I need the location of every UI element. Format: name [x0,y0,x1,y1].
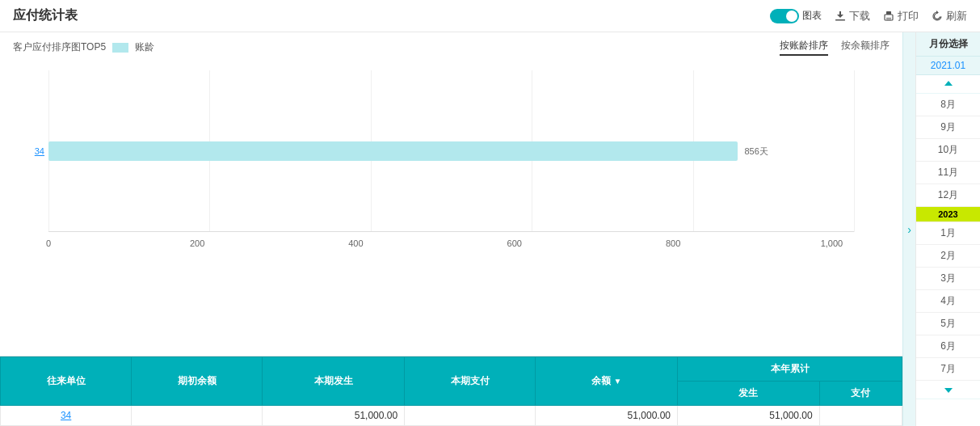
x-tick-200: 200 [190,238,204,248]
page-title: 应付统计表 [13,7,78,24]
bar-row-34: 34 856天 [48,141,854,161]
sidebar-month-5[interactable]: 5月 [916,313,980,335]
td-ytd-occur: 51,000.00 [678,406,820,426]
refresh-icon [932,11,943,22]
sidebar-year[interactable]: 2021.01 [916,57,980,75]
svg-rect-2 [886,11,891,15]
svg-marker-7 [944,388,953,393]
th-current-pay: 本期支付 [405,357,536,406]
td-current-pay [405,406,536,426]
bar-fill [48,141,738,161]
print-icon [883,11,894,22]
chart-toggle-wrap: 图表 [770,9,822,23]
x-axis-line [48,231,854,232]
svg-rect-4 [886,19,891,20]
sort-by-amount-btn[interactable]: 按余额排序 [841,39,890,56]
table-section: 往来单位 期初余额 本期发生 本期支付 余额 ▼ 本年累计 发生 [0,356,902,426]
x-tick-800: 800 [666,238,680,248]
sidebar-month-8[interactable]: 8月 [916,94,980,116]
sidebar-month-11[interactable]: 11月 [916,162,980,184]
legend-label: 客户应付排序图TOP5 [13,40,106,54]
svg-rect-0 [835,19,845,21]
sidebar-month-10[interactable]: 10月 [916,139,980,162]
x-tick-0: 0 [46,238,51,248]
x-tick-400: 400 [348,238,363,248]
sidebar-title: 月份选择 [916,32,980,57]
month-sidebar: 月份选择 2021.01 8月 9月 10月 11月 12月 2023 1月 2… [915,32,980,426]
legend-color [112,43,128,53]
bar-end-label: 856天 [744,146,768,158]
chart-legend: 客户应付排序图TOP5 账龄 [13,40,154,54]
chart-area: 客户应付排序图TOP5 账龄 按账龄排序 按余额排序 [0,32,902,426]
sidebar-month-9[interactable]: 9月 [916,116,980,139]
sort-by-balance-btn[interactable]: 按账龄排序 [780,39,828,56]
sidebar-month-7[interactable]: 7月 [916,358,980,381]
chart-toggle[interactable] [770,9,799,23]
td-opening [132,406,263,426]
th-ytd-occur: 发生 [678,382,820,406]
x-tick-1000: 1,000 [821,238,843,248]
table-row: 34 51,000.00 51,000.00 51,000.00 [1,406,902,426]
svg-rect-1 [885,15,893,20]
chart-toggle-label: 图表 [802,9,822,23]
th-ytd-pay: 支付 [819,382,902,406]
header-actions: 图表 下载 打印 刷新 [770,9,967,23]
sidebar-collapse-btn[interactable]: › [902,32,915,426]
bar-row-label[interactable]: 34 [20,146,44,156]
sidebar-down-btn[interactable] [916,381,980,399]
svg-marker-5 [936,11,939,13]
download-button[interactable]: 下载 [835,9,870,23]
x-tick-600: 600 [507,238,522,248]
sidebar-year-2023[interactable]: 2023 [916,207,980,222]
sidebar-month-2[interactable]: 2月 [916,245,980,268]
chevron-down-icon [943,384,954,395]
td-unit[interactable]: 34 [1,406,132,426]
bar-chart: 34 856天 0 200 400 600 800 1,000 [0,62,902,356]
grid-line-1000 [854,70,855,232]
chevron-right-icon: › [907,223,911,236]
refresh-button[interactable]: 刷新 [932,9,967,23]
data-table: 往来单位 期初余额 本期发生 本期支付 余额 ▼ 本年累计 发生 [0,356,902,426]
th-unit: 往来单位 [1,357,132,406]
svg-marker-6 [944,81,953,86]
chevron-up-icon [943,78,954,90]
th-opening: 期初余额 [132,357,263,406]
chart-inner: 34 856天 0 200 400 600 800 1,000 [48,70,854,248]
sidebar-month-6[interactable]: 6月 [916,335,980,358]
legend-color-label: 账龄 [135,40,154,54]
chart-sort: 按账龄排序 按余额排序 [780,39,890,56]
sidebar-month-3[interactable]: 3月 [916,268,980,290]
td-balance: 51,000.00 [536,406,678,426]
td-current-occur: 51,000.00 [263,406,405,426]
app-header: 应付统计表 图表 下载 打印 刷新 [0,0,980,32]
sidebar-month-1[interactable]: 1月 [916,222,980,245]
x-axis: 0 200 400 600 800 1,000 [48,238,854,248]
td-ytd-pay [819,406,902,426]
th-current-occur: 本期发生 [263,357,405,406]
sidebar-month-4[interactable]: 4月 [916,290,980,313]
sidebar-up-btn[interactable] [916,75,980,94]
main-content: 客户应付排序图TOP5 账龄 按账龄排序 按余额排序 [0,32,980,426]
th-ytd: 本年累计 [678,357,902,382]
sidebar-month-12[interactable]: 12月 [916,184,980,207]
print-button[interactable]: 打印 [883,9,919,23]
chart-header: 客户应付排序图TOP5 账龄 按账龄排序 按余额排序 [0,32,902,62]
download-icon [835,11,846,22]
th-balance: 余额 ▼ [536,357,678,406]
balance-sort-icon: ▼ [613,377,621,386]
svg-rect-3 [886,18,891,19]
